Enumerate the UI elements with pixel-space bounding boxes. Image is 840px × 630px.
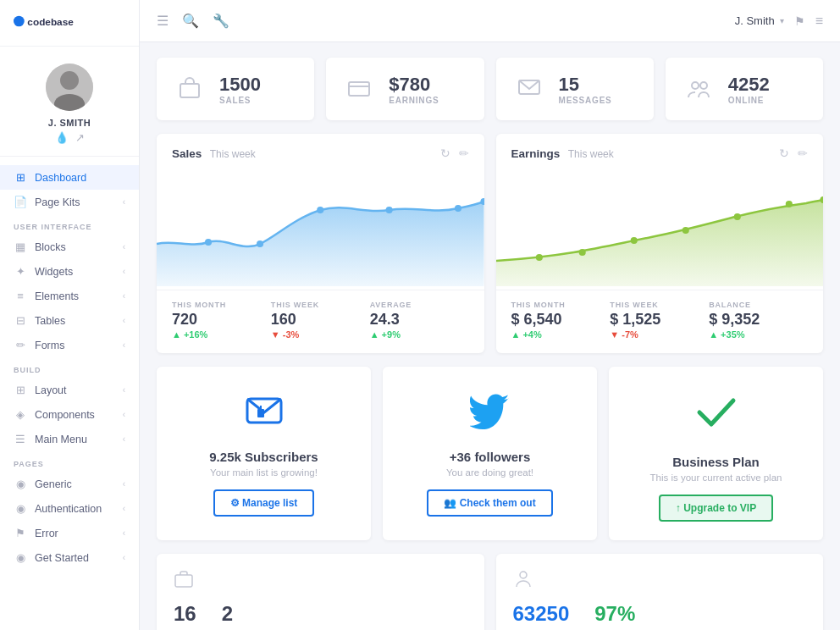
sidebar-item-generic[interactable]: ◉ Generic ‹	[0, 472, 139, 496]
section-ui-label: USER INTERFACE	[0, 214, 139, 235]
avatar	[46, 64, 93, 111]
sales-edit-icon[interactable]: ✏	[459, 146, 469, 160]
business-plan-icon	[694, 390, 738, 445]
check-them-out-button[interactable]: 👥 Check them out	[427, 489, 552, 517]
stat-info-earnings: $780 EARNINGS	[389, 74, 439, 105]
sidebar-item-forms[interactable]: ✏ Forms ‹	[0, 333, 139, 357]
business-plan-desc: This is your current active plan	[650, 472, 782, 483]
sidebar-item-pagekits[interactable]: 📄 Page Kits ‹	[0, 190, 139, 214]
upgrade-vip-button[interactable]: ↑ Upgrade to VIP	[659, 495, 773, 522]
bottom-card-left-header	[174, 569, 467, 594]
sales-chart-stats: THIS MONTH 720 ▲ +16% THIS WEEK 160 ▼ -3…	[157, 290, 484, 353]
sidebar-item-authentication[interactable]: ◉ Authentication ‹	[0, 496, 139, 521]
messages-icon	[513, 73, 545, 105]
wrench-icon[interactable]: 🔧	[213, 13, 229, 29]
content-area: 1500 SALES $780 EARNINGS 15	[140, 42, 840, 630]
sidebar-item-getstarted[interactable]: ◉ Get Started ‹	[0, 545, 139, 570]
mainmenu-icon: ☰	[14, 433, 27, 445]
sales-chart-title: Sales	[172, 147, 202, 160]
twitter-title: +36 followers	[450, 450, 530, 464]
sales-month-stat: THIS MONTH 720 ▲ +16%	[172, 301, 271, 340]
earnings-balance-label: BALANCE	[709, 301, 808, 309]
bottom-cards-row: 16 2 63250 97%	[157, 554, 823, 630]
sidebar-item-blocks[interactable]: ▦ Blocks ‹	[0, 235, 139, 259]
widgets-icon: ✦	[14, 265, 27, 278]
sidebar-item-tables[interactable]: ⊟ Tables ‹	[0, 308, 139, 333]
topbar-user[interactable]: J. Smith ▾	[735, 14, 784, 27]
layout-arrow: ‹	[123, 385, 125, 395]
stat-info-messages: 15 MESSAGES	[559, 74, 612, 105]
pagekits-arrow: ‹	[123, 197, 125, 207]
business-plan-card: Business Plan This is your current activ…	[609, 367, 823, 540]
search-icon[interactable]: 🔍	[182, 13, 199, 29]
online-icon	[682, 73, 715, 105]
svg-point-27	[520, 572, 527, 578]
online-value: 4252	[728, 74, 770, 96]
mainmenu-arrow: ‹	[123, 434, 125, 444]
topbar-username: J. Smith	[735, 14, 775, 27]
topbar-menu-icon[interactable]: ≡	[815, 14, 823, 29]
earnings-refresh-icon[interactable]: ↻	[779, 146, 789, 160]
svg-point-0	[14, 16, 25, 27]
svg-point-19	[630, 237, 637, 244]
sales-avg-value: 24.3	[370, 311, 469, 329]
profile-share-icon[interactable]: ↗	[75, 131, 85, 144]
svg-rect-5	[180, 84, 199, 97]
sales-icon	[174, 73, 206, 105]
topbar-flag-icon[interactable]: ⚑	[794, 14, 805, 28]
sidebar-item-layout[interactable]: ⊞ Layout ‹	[0, 378, 139, 402]
sales-value: 1500	[219, 74, 261, 96]
profile-actions: 💧 ↗	[55, 131, 85, 144]
sales-chart-actions: ↻ ✏	[440, 146, 469, 160]
sidebar-item-elements[interactable]: ≡ Elements ‹	[0, 284, 139, 308]
sidebar-label-components: Components	[35, 409, 95, 421]
earnings-edit-icon[interactable]: ✏	[798, 146, 808, 160]
earnings-month-label: THIS MONTH	[511, 301, 611, 309]
sales-week-value: 160	[271, 311, 370, 329]
bottom-right-stats: 63250 97%	[513, 602, 807, 626]
earnings-balance-stat: BALANCE $ 9,352 ▲ +35%	[709, 301, 808, 340]
profile-water-icon[interactable]: 💧	[55, 131, 69, 144]
stats-row: 1500 SALES $780 EARNINGS 15	[157, 58, 823, 120]
sidebar-item-mainmenu[interactable]: ☰ Main Menu ‹	[0, 427, 139, 451]
topbar-right: J. Smith ▾ ⚑ ≡	[735, 14, 823, 29]
menu-icon[interactable]: ☰	[157, 13, 169, 29]
stat-info-sales: 1500 SALES	[219, 74, 261, 105]
svg-point-21	[733, 213, 740, 220]
messages-label: MESSAGES	[559, 96, 612, 105]
bottom-card-right-header	[513, 569, 807, 594]
bottom-right-stat-2: 97%	[594, 602, 635, 626]
sidebar-label-mainmenu: Main Menu	[35, 434, 87, 445]
sidebar-label-blocks: Blocks	[35, 241, 66, 253]
sidebar-item-widgets[interactable]: ✦ Widgets ‹	[0, 259, 139, 284]
info-cards-row: 9.25k Subscribers Your main list is grow…	[157, 367, 823, 540]
earnings-balance-value: $ 9,352	[709, 311, 808, 329]
layout-icon: ⊞	[14, 384, 27, 396]
blocks-icon: ▦	[14, 240, 27, 253]
sales-month-label: THIS MONTH	[172, 301, 271, 309]
sales-refresh-icon[interactable]: ↻	[440, 146, 450, 160]
sales-week-label: THIS WEEK	[271, 301, 370, 309]
sales-chart-header: Sales This week ↻ ✏	[157, 134, 484, 168]
dashboard-icon: ⊞	[14, 171, 27, 184]
subscribers-card: 9.25k Subscribers Your main list is grow…	[157, 367, 371, 540]
stat-card-online: 4252 ONLINE	[666, 58, 823, 120]
sidebar-label-getstarted: Get Started	[35, 552, 89, 564]
earnings-month-change: ▲ +4%	[511, 329, 611, 340]
sales-avg-label: AVERAGE	[370, 301, 469, 309]
sales-chart-card: Sales This week ↻ ✏	[157, 134, 484, 353]
topbar-left: ☰ 🔍 🔧	[157, 13, 229, 29]
sidebar-item-components[interactable]: ◈ Components ‹	[0, 402, 139, 427]
sales-chart-title-area: Sales This week	[172, 146, 256, 161]
sales-label: SALES	[219, 96, 261, 105]
elements-icon: ≡	[14, 290, 27, 302]
topbar-chevron-icon: ▾	[780, 16, 784, 25]
sidebar-item-error[interactable]: ⚑ Error ‹	[0, 521, 139, 545]
blocks-arrow: ‹	[123, 242, 125, 251]
earnings-week-value: $ 1,525	[610, 311, 709, 329]
manage-list-button[interactable]: ⚙ Manage list	[213, 489, 315, 517]
sidebar-label-tables: Tables	[35, 315, 65, 327]
svg-point-22	[785, 201, 792, 207]
bottom-left-stat-1: 16	[174, 602, 196, 626]
sidebar-item-dashboard[interactable]: ⊞ Dashboard	[0, 165, 139, 190]
